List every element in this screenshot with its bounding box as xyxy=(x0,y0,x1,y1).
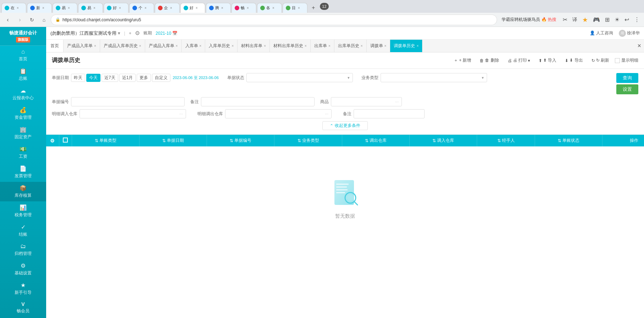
tab-close-9[interactable]: × xyxy=(221,6,223,10)
app-tab-9[interactable]: 出库单历史 × xyxy=(334,40,367,52)
browser-tab-4[interactable]: 易 × xyxy=(78,3,103,13)
delete-button[interactable]: 🗑 🗑 删除 xyxy=(477,56,502,65)
tab9-close[interactable]: × xyxy=(361,44,363,48)
browser-tab-2[interactable]: 新 × xyxy=(27,3,52,13)
tab4-close[interactable]: × xyxy=(200,44,202,48)
tab-close-6[interactable]: × xyxy=(144,6,147,10)
collapse-button[interactable]: ⌃ 收起更多条件 xyxy=(322,121,368,130)
sidebar-item-ledger[interactable]: 📋 总账 xyxy=(0,65,46,84)
close-all-tab-btn[interactable]: × xyxy=(634,40,644,52)
refresh-button[interactable]: ↻ xyxy=(27,15,37,25)
translate-button[interactable]: 译 xyxy=(571,15,579,24)
sidebar-item-closing[interactable]: ✓ 结账 xyxy=(0,221,46,240)
bill-no-input[interactable] xyxy=(71,97,185,106)
date-btn-more[interactable]: 更多 xyxy=(137,74,151,82)
date-btn-7days[interactable]: 近7天 xyxy=(102,74,118,82)
tab6-close[interactable]: × xyxy=(264,44,266,48)
new-button[interactable]: ＋ + 新增 xyxy=(451,56,474,65)
browser-tab-10[interactable]: 畅 × xyxy=(231,3,256,13)
menu-button[interactable]: ⋮ xyxy=(633,15,641,24)
sidebar-item-invoice[interactable]: 📄 发票管理 xyxy=(0,162,46,182)
app-tab-3[interactable]: 产成品入库单 × xyxy=(145,40,182,52)
date-btn-month[interactable]: 近1月 xyxy=(119,74,136,82)
app-tab-1[interactable]: 产成品入库单 × xyxy=(64,40,100,52)
th-bill-type[interactable]: ⇅ 单账类型 xyxy=(72,135,139,146)
forward-button[interactable]: › xyxy=(15,15,25,25)
app-tab-2[interactable]: 产成品入库单历史 × xyxy=(100,40,145,52)
app-tab-7[interactable]: 材料出库单历史 × xyxy=(270,40,311,52)
remark-input[interactable] xyxy=(201,97,315,106)
browser-tab-6[interactable]: 个 × xyxy=(129,3,154,13)
export-button[interactable]: ⬇ ⬇ 导出 xyxy=(562,56,585,65)
gamepad-button[interactable]: 🎮 xyxy=(591,15,601,24)
th-bill-date[interactable]: ⇅ 单据日期 xyxy=(139,135,207,146)
tab-close-4[interactable]: × xyxy=(93,6,95,10)
sidebar-item-assets[interactable]: 🏢 固定资产 xyxy=(0,123,46,143)
tab8-close[interactable]: × xyxy=(328,44,331,48)
sidebar-item-reports[interactable]: ☁ 云报表中心 xyxy=(0,84,46,104)
sidebar-item-tax[interactable]: 📊 税务管理 xyxy=(0,201,46,221)
back-button[interactable]: ‹ xyxy=(3,15,13,25)
browser-tab-11[interactable]: 各 × xyxy=(257,3,282,13)
goods-select[interactable]: ··· xyxy=(331,97,402,106)
th-checkbox-col[interactable] xyxy=(59,135,72,146)
th-bill-status[interactable]: ⇅ 单账状态 xyxy=(535,135,602,146)
detail-out-select[interactable]: ··· xyxy=(225,109,332,118)
new-tab-button[interactable]: + xyxy=(309,3,318,13)
tab1-close[interactable]: × xyxy=(94,44,96,48)
tab-close-5[interactable]: × xyxy=(119,6,121,10)
sidebar-item-guide[interactable]: ★ 新手引导 xyxy=(0,279,46,299)
tab-close-2[interactable]: × xyxy=(42,6,44,10)
tab11-close[interactable]: × xyxy=(416,44,419,48)
th-bill-no[interactable]: ⇅ 单据编号 xyxy=(207,135,274,146)
sidebar-item-salary[interactable]: 💵 工资 xyxy=(0,143,46,162)
scissors-button[interactable]: ✂ xyxy=(561,15,569,24)
status-select[interactable]: ▾ xyxy=(246,73,353,82)
sidebar-item-member[interactable]: V 畅会员 xyxy=(0,299,46,317)
app-tab-5[interactable]: 入库单历史 × xyxy=(205,40,238,52)
app-tab-11-active[interactable]: 调拨单历史 × xyxy=(390,40,422,52)
tab5-close[interactable]: × xyxy=(231,44,234,48)
undo-button[interactable]: ↩ xyxy=(623,15,631,24)
user-button[interactable]: 用 徐泽华 xyxy=(619,30,640,37)
tab2-close[interactable]: × xyxy=(139,44,141,48)
address-bar[interactable]: 🔒 https://cloud.chanjet.com/accounting/u… xyxy=(51,15,497,25)
th-in-warehouse[interactable]: ⇅ 调入仓库 xyxy=(410,135,477,146)
th-business-type[interactable]: ⇅ 业务类型 xyxy=(274,135,342,146)
period-value[interactable]: 2021-10 📅 xyxy=(155,31,178,36)
browser-tab-12[interactable]: 目 × xyxy=(283,3,307,13)
th-handler[interactable]: ⇅ 经手人 xyxy=(477,135,535,146)
app-tab-home[interactable]: 首页 xyxy=(46,40,64,52)
app-tab-8[interactable]: 出库单 × xyxy=(311,40,334,52)
date-btn-yesterday[interactable]: 昨天 xyxy=(71,74,85,82)
sidebar-item-home[interactable]: ⌂ 首页 xyxy=(0,46,46,65)
sidebar-item-archive[interactable]: 🗂 归档管理 xyxy=(0,240,46,260)
refresh-page-button[interactable]: ↻ ↻ 刷新 xyxy=(589,56,612,65)
tab3-close[interactable]: × xyxy=(176,44,178,48)
th-gear[interactable]: ⚙ xyxy=(46,135,59,146)
help-button[interactable]: 👤 人工咨询 xyxy=(590,30,613,36)
header-checkbox[interactable] xyxy=(63,138,68,143)
tab-close-11[interactable]: × xyxy=(272,6,274,10)
home-button[interactable]: ⌂ xyxy=(39,15,49,25)
setting-filter-button[interactable]: 设置 xyxy=(616,84,638,94)
grid-button[interactable]: ⊞ xyxy=(604,15,611,24)
star-button[interactable]: ★ xyxy=(581,15,589,25)
sun-button[interactable]: ☀ xyxy=(613,15,621,24)
company-select[interactable]: (勿删勿禁用）江西服宝测试专用 ▾ xyxy=(50,30,120,37)
settings-gear-icon[interactable]: ⚙ xyxy=(135,30,140,37)
app-tab-6[interactable]: 材料出库单 × xyxy=(238,40,270,52)
browser-tab-7[interactable]: 企 × xyxy=(155,3,180,13)
tab10-close[interactable]: × xyxy=(384,44,387,48)
tab-close-3[interactable]: × xyxy=(68,6,70,10)
browser-tab-3[interactable]: 易 × xyxy=(53,3,77,13)
tab7-close[interactable]: × xyxy=(305,44,307,48)
th-out-warehouse[interactable]: ⇅ 调出仓库 xyxy=(342,135,409,146)
detail-in-select[interactable]: ··· xyxy=(80,109,186,118)
print-button[interactable]: 🖨 🖨 打印 ▾ xyxy=(505,56,533,65)
date-btn-custom[interactable]: 自定义 xyxy=(152,74,170,82)
tab-close-12[interactable]: × xyxy=(298,6,300,10)
browser-tab-5[interactable]: 好 × xyxy=(104,3,129,13)
app-tab-4[interactable]: 入库单 × xyxy=(182,40,206,52)
remark2-input[interactable] xyxy=(354,109,425,118)
